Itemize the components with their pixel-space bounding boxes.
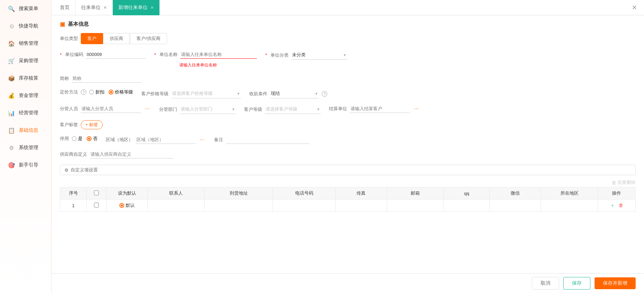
unit-category-select[interactable]: 未分类 ▼: [291, 50, 347, 60]
sidebar-item-quicknav[interactable]: ⊙ 快捷导航: [2, 18, 49, 34]
department-select[interactable]: 请输入分管部门 ▼: [180, 105, 236, 114]
pricing-price-level-circle: [109, 90, 113, 95]
row-fax-input[interactable]: [349, 203, 373, 208]
basic-icon: 📋: [8, 127, 15, 134]
sidebar-label-operations: 经营管理: [19, 110, 38, 116]
row-phone-input[interactable]: [289, 203, 320, 208]
row-contact[interactable]: [148, 200, 205, 212]
unit-btn-customer[interactable]: 客户: [81, 33, 103, 44]
row-wechat[interactable]: [489, 200, 541, 212]
notes-input[interactable]: [226, 136, 309, 144]
tab-contacts[interactable]: 往来单位 ✕: [76, 0, 113, 15]
col-qq: qq: [444, 187, 489, 200]
batch-delete-btn[interactable]: 🗑 批量删除: [612, 179, 636, 186]
payment-terms-select[interactable]: 现结 ▼: [270, 89, 319, 98]
unit-type-group: 单位类型 客户 供应商 客户/供应商: [60, 33, 167, 44]
region-more-btn[interactable]: ···: [198, 137, 206, 143]
tab-new-contact-close[interactable]: ✕: [150, 5, 154, 10]
sales-icon: 🏠: [8, 40, 15, 47]
row-checkbox[interactable]: [94, 203, 99, 207]
custom-settings-btn[interactable]: ⚙ 自定义项设置: [60, 165, 636, 175]
sidebar-item-system[interactable]: ⚙ 系统管理: [2, 140, 49, 156]
short-name-row: 简称: [60, 74, 636, 83]
sidebar-item-search[interactable]: 🔍 搜索菜单: [2, 1, 49, 17]
sidebar-item-guide[interactable]: 🎯 新手引导: [2, 157, 49, 173]
save-button[interactable]: 保存: [563, 277, 590, 290]
settlement-more-btn[interactable]: ···: [413, 106, 420, 112]
sidebar-item-finance[interactable]: 💰 资金管理: [2, 88, 49, 104]
pricing-row: 定价方法 ? 折扣 价格等级 客户价格等级 请选择客户价格等级: [60, 89, 636, 98]
short-name-input[interactable]: [72, 74, 141, 83]
pricing-discount-circle: [89, 90, 94, 95]
supplier-custom-input[interactable]: [90, 150, 173, 158]
col-checkbox: [87, 187, 107, 200]
pricing-radio-price-level[interactable]: 价格等级: [109, 89, 133, 95]
customer-price-level-select[interactable]: 请选择客户价格等级 ▼: [171, 89, 241, 98]
add-tag-btn[interactable]: + 标签: [81, 120, 103, 129]
unit-name-input[interactable]: [180, 50, 257, 59]
row-region-input[interactable]: [556, 203, 583, 208]
row-default-cell: 默认: [106, 200, 147, 212]
disabled-group: 停用 是 否: [60, 136, 97, 142]
row-add-btn[interactable]: ＋: [610, 203, 615, 208]
finance-icon: 💰: [8, 92, 15, 99]
cancel-button[interactable]: 取消: [532, 277, 559, 290]
supplier-custom-row: 供应商自定义: [60, 150, 636, 158]
row-default-radio[interactable]: 默认: [110, 202, 144, 209]
tabbar-close-btn[interactable]: ✕: [628, 4, 641, 11]
quicknav-icon: ⊙: [8, 22, 15, 30]
sidebar-item-inventory[interactable]: 📦 库存核算: [2, 70, 49, 86]
row-address-input[interactable]: [221, 203, 256, 208]
disabled-no[interactable]: 否: [87, 136, 97, 142]
row-region[interactable]: [541, 200, 598, 212]
region-input[interactable]: [136, 136, 196, 144]
row-delete-btn[interactable]: 🗑: [619, 203, 623, 208]
row-phone[interactable]: [273, 200, 336, 212]
department-arrow: ▼: [231, 107, 235, 111]
disabled-no-circle: [87, 136, 92, 141]
customer-level-select[interactable]: 请选择客户等级 ▼: [265, 105, 321, 114]
settlement-unit-input[interactable]: [350, 105, 410, 113]
unit-type-row: 单位类型 客户 供应商 客户/供应商: [60, 33, 636, 44]
sidebar-item-sales[interactable]: 🏠 销售管理: [2, 35, 49, 51]
pricing-help-icon[interactable]: ?: [81, 89, 86, 95]
sidebar-label-basic: 基础信息: [19, 127, 38, 133]
disabled-no-label: 否: [93, 136, 97, 142]
sidebar-label-purchase: 采购管理: [19, 58, 38, 64]
tab-home[interactable]: 首页: [54, 0, 76, 15]
sidebar-label-search: 搜索菜单: [19, 6, 38, 12]
save-add-button[interactable]: 保存并新增: [595, 277, 636, 289]
manager-input[interactable]: [81, 105, 141, 113]
customer-level-group: 客户等级 请选择客户等级 ▼: [244, 105, 321, 114]
unit-btn-supplier[interactable]: 供应商: [103, 33, 130, 44]
row-address[interactable]: [205, 200, 273, 212]
pricing-radio-discount[interactable]: 折扣: [89, 89, 104, 95]
unit-code-required: *: [60, 52, 62, 57]
disabled-yes[interactable]: 是: [72, 136, 83, 142]
payment-terms-help-icon[interactable]: ?: [322, 91, 327, 97]
row-qq[interactable]: [444, 200, 489, 212]
row-email-input[interactable]: [401, 203, 429, 208]
disabled-yes-label: 是: [78, 136, 83, 142]
unit-code-input[interactable]: [86, 50, 146, 59]
unit-btn-both[interactable]: 客户/供应商: [130, 33, 167, 44]
select-all-checkbox[interactable]: [94, 190, 99, 195]
manager-more-btn[interactable]: ···: [143, 106, 151, 112]
row-wechat-input[interactable]: [503, 203, 527, 208]
row-fax[interactable]: [336, 200, 387, 212]
pricing-radio-group: 折扣 价格等级: [89, 89, 133, 95]
row-contact-input[interactable]: [162, 203, 190, 208]
tab-contacts-close[interactable]: ✕: [103, 5, 107, 10]
row-email[interactable]: [387, 200, 444, 212]
sidebar-item-purchase[interactable]: 🛒 采购管理: [2, 53, 49, 69]
sidebar-item-basic[interactable]: 📋 基础信息: [2, 122, 49, 138]
pricing-method-group: 定价方法 ? 折扣 价格等级: [60, 89, 133, 95]
col-email: 邮箱: [387, 187, 444, 200]
supplier-custom-label: 供应商自定义: [60, 151, 87, 157]
sidebar-item-operations[interactable]: 📊 经营管理: [2, 105, 49, 121]
supplier-custom-group: 供应商自定义: [60, 150, 173, 158]
unit-type-label: 单位类型: [60, 35, 78, 42]
tab-new-contact[interactable]: 新增往来单位 ✕: [113, 0, 160, 15]
batch-delete-label: 批量删除: [618, 179, 636, 186]
row-qq-input[interactable]: [456, 203, 477, 208]
